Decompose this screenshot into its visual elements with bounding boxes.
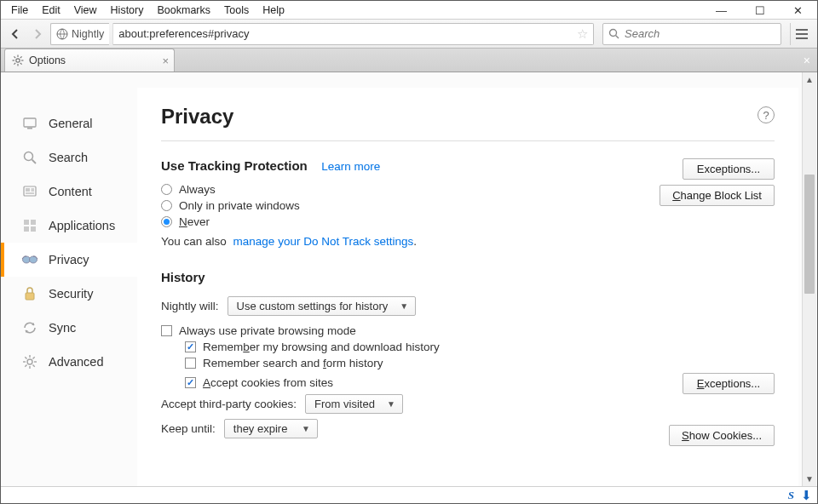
globe-icon <box>56 28 68 40</box>
back-button[interactable] <box>6 25 25 43</box>
accept-cookies-checkbox[interactable]: Accept cookies from sites <box>185 376 669 389</box>
svg-rect-27 <box>31 226 36 232</box>
change-block-list-button[interactable]: Change Block List <box>660 185 775 206</box>
menu-bookmarks[interactable]: Bookmarks <box>150 3 217 18</box>
menu-tools[interactable]: Tools <box>217 3 256 18</box>
third-party-label: Accept third-party cookies: <box>161 398 297 410</box>
sidebar-item-sync[interactable]: Sync <box>1 311 137 345</box>
menu-file[interactable]: File <box>4 3 35 18</box>
dnt-text: You can also manage your Do Not Track se… <box>161 235 660 248</box>
radio-icon <box>161 200 172 211</box>
keep-until-dropdown[interactable]: they expire ▼ <box>224 419 318 438</box>
svg-line-11 <box>14 56 15 58</box>
menu-edit[interactable]: Edit <box>35 3 67 18</box>
search-icon <box>21 149 38 166</box>
svg-line-13 <box>20 56 22 58</box>
dnt-settings-link[interactable]: manage your Do Not Track settings <box>233 235 414 248</box>
history-section: History Nightly will: Use custom setting… <box>161 270 775 446</box>
tracking-exceptions-button[interactable]: Exceptions... <box>683 158 775 180</box>
svg-point-31 <box>27 359 32 364</box>
always-private-checkbox[interactable]: Always use private browsing mode <box>161 324 775 337</box>
dropdown-value: they expire <box>233 422 288 435</box>
lock-icon <box>21 285 38 302</box>
third-party-dropdown[interactable]: From visited ▼ <box>305 394 403 414</box>
checkbox-icon <box>185 358 196 369</box>
svg-line-37 <box>33 365 35 367</box>
svg-line-12 <box>20 63 22 65</box>
scrollbar[interactable]: ▲ ▼ <box>802 72 816 486</box>
applications-icon <box>21 217 38 234</box>
bookmark-star-icon[interactable]: ☆ <box>577 26 588 42</box>
url-input[interactable] <box>118 27 577 40</box>
minimize-button[interactable]: — <box>702 1 740 20</box>
gear-icon <box>21 353 38 370</box>
app-menu-button[interactable] <box>790 23 812 45</box>
cookies-exceptions-button[interactable]: Exceptions... <box>683 373 775 394</box>
radio-label: Never <box>179 215 210 228</box>
dropdown-value: From visited <box>314 398 375 410</box>
sidebar-item-security[interactable]: Security <box>1 277 137 311</box>
url-bar[interactable]: ☆ <box>112 23 594 45</box>
svg-rect-20 <box>26 188 30 192</box>
svg-point-17 <box>25 152 33 161</box>
sidebar-item-label: Content <box>49 185 92 198</box>
scroll-up-button[interactable]: ▲ <box>803 72 816 87</box>
keep-until-label: Keep until: <box>161 422 216 435</box>
checkbox-label: Accept cookies from sites <box>203 376 333 389</box>
sidebar-item-general[interactable]: General <box>1 106 137 140</box>
hamburger-icon <box>795 28 809 40</box>
tracking-option-private[interactable]: Only in private windows <box>161 199 660 212</box>
history-will-label: Nightly will: <box>161 300 219 312</box>
svg-line-39 <box>25 365 26 367</box>
chevron-down-icon: ▼ <box>302 424 310 433</box>
preferences-content: General Search Content Applications Priv… <box>1 72 817 486</box>
menu-history[interactable]: History <box>104 3 151 18</box>
sidebar-item-label: Applications <box>49 219 115 232</box>
close-window-button[interactable]: ✕ <box>779 1 817 20</box>
menu-view[interactable]: View <box>67 3 104 18</box>
svg-rect-15 <box>24 118 36 127</box>
download-arrow-icon[interactable]: ⬇ <box>801 488 812 503</box>
svg-line-18 <box>32 160 37 164</box>
svg-rect-25 <box>31 220 36 225</box>
sidebar-item-content[interactable]: Content <box>1 175 137 209</box>
forward-icon <box>31 27 44 41</box>
scroll-down-button[interactable]: ▼ <box>803 472 816 486</box>
svg-line-36 <box>25 357 26 358</box>
svg-rect-26 <box>24 226 29 232</box>
search-bar[interactable] <box>602 23 781 45</box>
tab-label: Options <box>29 54 66 66</box>
tabstrip-close-button[interactable]: × <box>804 54 810 67</box>
checkbox-label: Always use private browsing mode <box>179 324 356 337</box>
maximize-button[interactable]: ☐ <box>740 1 779 20</box>
history-heading: History <box>161 270 205 284</box>
scroll-thumb[interactable] <box>804 175 815 294</box>
sidebar-item-applications[interactable]: Applications <box>1 209 137 243</box>
show-cookies-button[interactable]: Show Cookies... <box>669 425 775 446</box>
sync-icon <box>21 319 38 336</box>
learn-more-link[interactable]: Learn more <box>321 160 380 173</box>
sidebar-item-label: Advanced <box>49 355 104 369</box>
sidebar-item-label: General <box>49 117 93 130</box>
forward-button[interactable] <box>28 25 47 43</box>
tracking-option-always[interactable]: Always <box>161 183 660 196</box>
tracking-option-never[interactable]: Never <box>161 215 660 228</box>
sidebar-item-privacy[interactable]: Privacy <box>1 243 137 277</box>
help-button[interactable]: ? <box>758 106 775 123</box>
tab-options[interactable]: Options × <box>4 49 175 72</box>
page-title: Privacy <box>161 105 775 129</box>
checkbox-label: Remember search and form history <box>203 357 383 369</box>
history-mode-dropdown[interactable]: Use custom settings for history ▼ <box>228 296 417 316</box>
status-icon-s[interactable]: S <box>788 489 794 502</box>
tab-close-button[interactable]: × <box>162 54 169 67</box>
remember-browsing-checkbox[interactable]: Remember my browsing and download histor… <box>185 341 775 353</box>
menu-help[interactable]: Help <box>256 3 291 18</box>
remember-search-checkbox[interactable]: Remember search and form history <box>185 357 775 369</box>
identity-box[interactable]: Nightly <box>50 23 109 45</box>
window-controls: — ☐ ✕ <box>702 1 817 20</box>
search-input[interactable] <box>625 27 775 40</box>
radio-label: Always <box>179 183 216 196</box>
svg-line-14 <box>14 63 15 65</box>
sidebar-item-advanced[interactable]: Advanced <box>1 345 137 379</box>
sidebar-item-search[interactable]: Search <box>1 140 137 175</box>
